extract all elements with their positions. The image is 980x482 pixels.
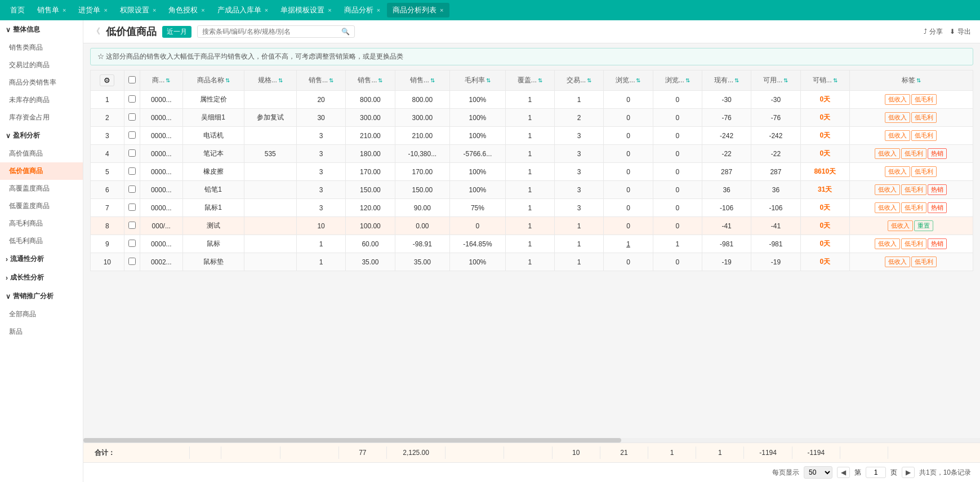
cell-code: 0000... [140, 91, 182, 109]
row-checkbox[interactable] [128, 149, 136, 157]
table-row: 6 0000... 铅笔1 3 150.00 150.00 100% 1 3 0… [91, 181, 973, 199]
nav-close-btn[interactable]: × [328, 7, 331, 14]
cell-checkbox[interactable] [124, 163, 140, 181]
scrollbar-thumb[interactable] [83, 438, 621, 443]
cell-view1[interactable]: 1 [604, 235, 653, 253]
nav-close-btn[interactable]: × [377, 7, 380, 14]
sidebar-item-high-margin[interactable]: 高毛利商品 [0, 215, 83, 232]
cell-view1[interactable]: 0 [604, 109, 653, 127]
cell-checkbox[interactable] [124, 127, 140, 145]
nav-home[interactable]: 首页 [5, 3, 30, 17]
cell-view1[interactable]: 0 [604, 217, 653, 235]
sidebar-item-no-stock-goods[interactable]: 未库存的商品 [0, 91, 83, 109]
cell-checkbox[interactable] [124, 181, 140, 199]
cell-view2: 0 [653, 91, 702, 109]
sidebar-item-low-margin[interactable]: 低毛利商品 [0, 232, 83, 250]
nav-close-btn[interactable]: × [104, 7, 107, 14]
search-box[interactable]: 🔍 [197, 25, 355, 38]
sidebar-group-growth[interactable]: › 成长性分析 [0, 268, 83, 287]
chevron-down-icon: ∨ [6, 26, 11, 34]
search-input[interactable] [202, 28, 338, 36]
next-page-btn[interactable]: ▶ [902, 467, 915, 478]
cell-coverage: 1 [505, 181, 554, 199]
sidebar-group-liquidity[interactable]: › 流通性分析 [0, 250, 83, 268]
sidebar-item-all-goods[interactable]: 全部商品 [0, 306, 83, 323]
row-checkbox[interactable] [128, 113, 136, 121]
sidebar-item-category-sales-rate[interactable]: 商品分类销售率 [0, 74, 83, 91]
nav-permission-setting[interactable]: 权限设置 × [114, 3, 162, 17]
sidebar-item-low-value[interactable]: 低价值商品 [0, 162, 83, 180]
cell-view1[interactable]: 0 [604, 145, 653, 163]
th-sale-price: 销售...⇅ [346, 70, 395, 91]
sidebar-item-stock-fund[interactable]: 库存资金占用 [0, 109, 83, 126]
sidebar-item-traded-goods[interactable]: 交易过的商品 [0, 56, 83, 74]
sidebar-item-new-goods[interactable]: 新品 [0, 323, 83, 341]
nav-close-btn[interactable]: × [153, 7, 156, 14]
row-checkbox[interactable] [128, 204, 136, 211]
cell-checkbox[interactable] [124, 253, 140, 271]
nav-product-analysis[interactable]: 商品分析 × [338, 3, 386, 17]
page-size-select[interactable]: 50 20 100 [804, 466, 832, 479]
cell-checkbox[interactable] [124, 109, 140, 127]
sidebar-item-low-coverage[interactable]: 低覆盖度商品 [0, 197, 83, 215]
horizontal-scrollbar[interactable] [83, 438, 980, 443]
sidebar-collapse-btn[interactable]: 《 [92, 26, 100, 37]
sidebar-group-marketing[interactable]: ∨ 营销推广分析 [0, 287, 83, 306]
sidebar-item-sales-goods[interactable]: 销售类商品 [0, 39, 83, 56]
nav-role-auth[interactable]: 角色授权 × [163, 3, 210, 17]
cell-available: -19 [751, 253, 800, 271]
export-button[interactable]: ⬇ 导出 [950, 27, 971, 37]
cell-checkbox[interactable] [124, 145, 140, 163]
row-checkbox[interactable] [128, 240, 136, 247]
row-checkbox[interactable] [128, 222, 136, 229]
nav-product-analysis-list[interactable]: 商品分析列表 × [387, 3, 449, 17]
days-value: 31天 [818, 185, 832, 193]
sidebar-item-high-value[interactable]: 高价值商品 [0, 145, 83, 162]
sidebar-group-profit[interactable]: ∨ 盈利分析 [0, 126, 83, 145]
share-label: 分享 [929, 27, 943, 37]
cell-checkbox[interactable] [124, 235, 140, 253]
cell-saleable: 0天 [800, 217, 849, 235]
cell-view1[interactable]: 0 [604, 91, 653, 109]
prev-page-btn[interactable]: ◀ [837, 467, 850, 478]
cell-checkbox[interactable] [124, 217, 140, 235]
cell-view1[interactable]: 0 [604, 163, 653, 181]
nav-purchase-order[interactable]: 进货单 × [73, 3, 113, 17]
filter-tag-recent-month[interactable]: 近一月 [162, 26, 191, 38]
tag-item: 低毛利 [901, 202, 926, 213]
share-button[interactable]: ⤴ 分享 [924, 27, 943, 37]
cell-checkbox[interactable] [124, 199, 140, 217]
row-checkbox[interactable] [128, 167, 136, 175]
nav-product-inbound[interactable]: 产成品入库单 × [212, 3, 274, 17]
nav-doc-template[interactable]: 单据模板设置 × [275, 3, 337, 17]
tag-item: 低收入 [885, 94, 910, 105]
nav-sales-order[interactable]: 销售单 × [32, 3, 72, 17]
select-all-checkbox[interactable] [128, 76, 136, 83]
row-checkbox[interactable] [128, 185, 136, 193]
cell-checkbox[interactable] [124, 91, 140, 109]
page-number-input[interactable] [866, 467, 886, 478]
cell-view1[interactable]: 0 [604, 181, 653, 199]
tag-item: 低毛利 [901, 184, 926, 195]
sidebar-item-high-coverage[interactable]: 高覆盖度商品 [0, 180, 83, 197]
cell-available: -242 [751, 127, 800, 145]
sidebar-group-overall[interactable]: ∨ 整体信息 [0, 20, 83, 39]
cell-saleable: 8610天 [800, 163, 849, 181]
cell-coverage: 1 [505, 109, 554, 127]
gear-button[interactable]: ⚙ [100, 74, 114, 86]
cell-trade: 1 [555, 235, 604, 253]
nav-close-btn[interactable]: × [63, 7, 66, 14]
row-checkbox[interactable] [128, 258, 136, 265]
nav-close-btn[interactable]: × [440, 7, 443, 14]
cell-current: -41 [702, 217, 751, 235]
nav-close-btn[interactable]: × [265, 7, 268, 14]
cell-view1[interactable]: 0 [604, 253, 653, 271]
row-checkbox[interactable] [128, 131, 136, 139]
view1-link[interactable]: 1 [626, 240, 630, 248]
row-checkbox[interactable] [128, 95, 136, 103]
th-available: 可用...⇅ [751, 70, 800, 91]
cell-view1[interactable]: 0 [604, 199, 653, 217]
nav-close-btn[interactable]: × [201, 7, 204, 14]
cell-view1[interactable]: 0 [604, 127, 653, 145]
th-gear[interactable]: ⚙ [91, 70, 124, 91]
